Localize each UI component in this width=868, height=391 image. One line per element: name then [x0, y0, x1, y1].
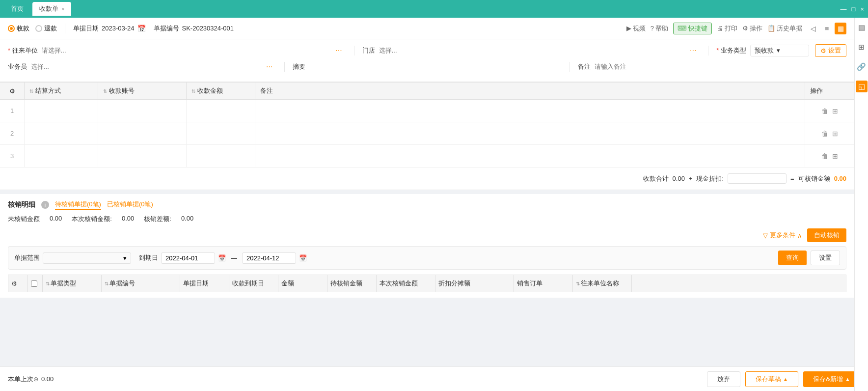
sub-th-discount: 折扣分摊额: [435, 275, 514, 292]
query-btn[interactable]: 查询: [778, 251, 807, 265]
reconcile-info-icon[interactable]: i: [41, 201, 49, 209]
row-1-account[interactable]: [98, 100, 187, 122]
form-sep-4: [570, 62, 570, 72]
current-cancel-label: 本次核销金额:: [72, 215, 112, 223]
history-btn[interactable]: 📋 历史单据: [767, 24, 802, 33]
staff-input[interactable]: [30, 61, 263, 72]
calendar-to-icon[interactable]: 📅: [299, 254, 307, 262]
sidebar-icon-1[interactable]: ▤: [856, 22, 868, 33]
window-close[interactable]: ×: [860, 5, 864, 13]
radio-receipt[interactable]: 收款: [8, 24, 29, 33]
toolbar-number-field: 单据编号 SK-20230324-001: [154, 24, 234, 33]
number-label: 单据编号: [154, 24, 179, 33]
store-more-icon[interactable]: ···: [690, 46, 696, 55]
sidebar-icon-3[interactable]: 🔗: [856, 61, 868, 73]
video-btn[interactable]: ▶ 视频: [626, 24, 646, 33]
layout-icon-list[interactable]: ≡: [821, 23, 833, 34]
sub-th-settings[interactable]: ⚙: [8, 275, 28, 292]
row-1-notes[interactable]: [255, 100, 805, 122]
layout-icons: ◁ ≡ ▦: [807, 23, 846, 34]
row-3-account[interactable]: [98, 145, 187, 167]
sub-check-all[interactable]: [31, 280, 37, 287]
row-3-actions: 🗑 ⊞: [805, 145, 854, 167]
row-1-num: 1: [0, 100, 25, 122]
history-label: 历史单据: [777, 24, 802, 33]
tab-home[interactable]: 首页: [4, 2, 30, 16]
radio-group: 收款 退款: [8, 24, 57, 33]
more-conditions-btn[interactable]: ▽ 更多条件 ∧: [763, 231, 802, 240]
form-area: 往来单位 ··· 门店 ··· 业务类型 预收款 ▾ ⚙: [0, 39, 854, 82]
sub-sales-order-label: 销售订单: [517, 279, 542, 288]
form-row-2: 业务员 ··· 摘要 备注: [8, 61, 846, 73]
row-1-settlement[interactable]: [25, 100, 98, 122]
date-field: 到期日 📅 — 📅: [139, 252, 307, 264]
summary-input[interactable]: [308, 61, 561, 72]
date-to-input[interactable]: [242, 252, 296, 264]
partner-input[interactable]: [41, 45, 333, 56]
layout-icon-grid[interactable]: ▦: [835, 23, 846, 34]
help-btn[interactable]: ? 帮助: [651, 24, 668, 33]
row-2-amount[interactable]: [187, 122, 255, 144]
calendar-icon[interactable]: 📅: [137, 25, 146, 32]
form-settings-btn[interactable]: ⚙ 设置: [815, 44, 846, 57]
radio-refund[interactable]: 退款: [35, 24, 57, 33]
tab-home-label: 首页: [11, 4, 24, 13]
staff-more-icon[interactable]: ···: [266, 62, 272, 71]
row-3-copy-icon[interactable]: ⊞: [832, 152, 838, 160]
row-1-actions: 🗑 ⊞: [805, 100, 854, 122]
print-label: 打印: [725, 24, 737, 33]
tab-done[interactable]: 已核销单据(0笔): [107, 200, 153, 210]
sub-sort-partner: ⇅: [576, 281, 580, 286]
row-3-delete-icon[interactable]: 🗑: [821, 152, 828, 160]
calendar-from-icon[interactable]: 📅: [218, 254, 226, 262]
row-2-delete-icon[interactable]: 🗑: [821, 130, 828, 138]
partner-more-icon[interactable]: ···: [335, 46, 342, 55]
auto-reconcile-btn[interactable]: 自动核销: [807, 228, 846, 242]
sidebar-icon-2[interactable]: ⊞: [856, 41, 868, 53]
discount-input[interactable]: [728, 173, 787, 184]
business-type-select[interactable]: 预收款 ▾: [750, 45, 809, 56]
partner-label: 往来单位: [8, 46, 38, 55]
tab-pending[interactable]: 待核销单据(0笔): [55, 200, 101, 210]
th-settings[interactable]: ⚙: [0, 83, 25, 99]
window-minimize[interactable]: —: [841, 5, 847, 13]
range-field: 单据范围 ▾: [14, 252, 131, 264]
th-account: ⇅ 收款账号: [98, 83, 187, 99]
shortcut-btn[interactable]: ⌨ 快捷键: [673, 23, 712, 34]
row-2-settlement[interactable]: [25, 122, 98, 144]
layout-icon-1[interactable]: ◁: [807, 23, 819, 34]
net-label: 可核销金额: [798, 174, 830, 183]
row-3-notes[interactable]: [255, 145, 805, 167]
sub-th-check[interactable]: [28, 275, 43, 292]
row-2-notes[interactable]: [255, 122, 805, 144]
row-2-actions: 🗑 ⊞: [805, 122, 854, 144]
date-value[interactable]: 2023-03-24: [102, 25, 135, 32]
history-icon: 📋: [767, 25, 775, 32]
tab-receipt[interactable]: 收款单 ×: [32, 2, 71, 16]
store-input[interactable]: [378, 45, 687, 56]
uncancelled-value: 0.00: [50, 215, 62, 223]
operation-btn[interactable]: ⚙ 操作: [742, 24, 762, 33]
range-label: 单据范围: [14, 253, 40, 262]
row-2-account[interactable]: [98, 122, 187, 144]
current-cancel-value: 0.00: [122, 215, 134, 223]
table-header: ⚙ ⇅ 结算方式 ⇅ 收款账号 ⇅ 收款金额 备注 操作: [0, 82, 854, 100]
window-restore[interactable]: □: [852, 5, 856, 13]
table-wrapper: ⚙ ⇅ 结算方式 ⇅ 收款账号 ⇅ 收款金额 备注 操作 1: [0, 82, 854, 168]
tab-receipt-close[interactable]: ×: [61, 6, 64, 12]
toolbar-divider-1: [65, 24, 65, 33]
date-label: 单据日期: [73, 24, 99, 33]
range-select[interactable]: ▾: [43, 252, 131, 264]
sidebar-icon-4[interactable]: ◱: [856, 81, 868, 92]
row-3-amount[interactable]: [187, 145, 255, 167]
row-2-copy-icon[interactable]: ⊞: [832, 130, 838, 138]
number-value[interactable]: SK-20230324-001: [182, 25, 234, 32]
date-from-input[interactable]: [161, 252, 215, 264]
notes-input[interactable]: [594, 61, 846, 72]
row-1-delete-icon[interactable]: 🗑: [821, 107, 828, 115]
row-1-amount[interactable]: [187, 100, 255, 122]
print-btn[interactable]: 🖨 打印: [717, 24, 737, 33]
row-1-copy-icon[interactable]: ⊞: [832, 107, 838, 115]
filter-settings-btn[interactable]: 设置: [811, 251, 840, 265]
row-3-settlement[interactable]: [25, 145, 98, 167]
